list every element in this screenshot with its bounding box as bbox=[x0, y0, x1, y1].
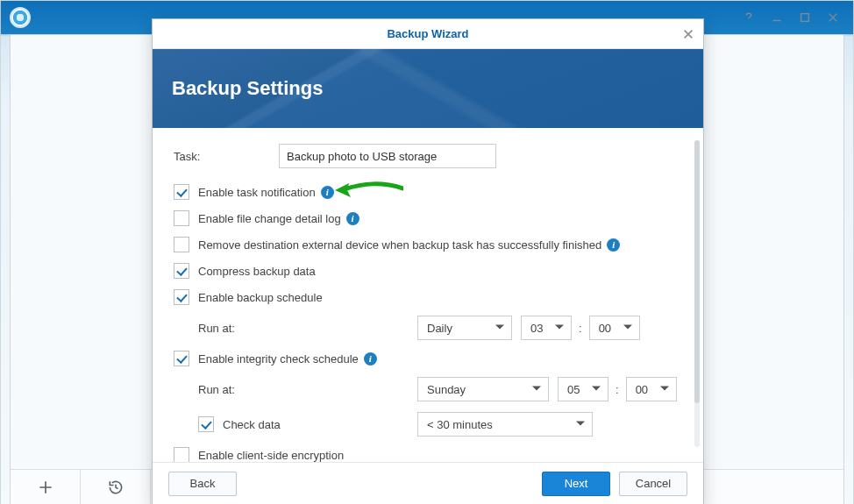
integrity-hour-select[interactable]: 05 bbox=[558, 377, 608, 401]
select-value: 00 bbox=[599, 322, 611, 335]
select-value: Daily bbox=[427, 322, 452, 335]
enable-integrity-checkbox[interactable] bbox=[174, 351, 189, 366]
add-button[interactable] bbox=[11, 470, 81, 505]
remove-device-label: Remove destination external device when … bbox=[198, 238, 601, 252]
dialog-title: Backup Wizard bbox=[387, 27, 468, 40]
check-data-checkbox[interactable] bbox=[198, 416, 214, 432]
check-data-duration-select[interactable]: < 30 minutes bbox=[417, 412, 593, 437]
help-button[interactable] bbox=[743, 11, 755, 24]
history-button[interactable] bbox=[81, 470, 151, 505]
enable-notification-label: Enable task notification bbox=[198, 186, 316, 199]
enable-encryption-checkbox[interactable] bbox=[174, 447, 189, 462]
info-icon[interactable]: i bbox=[346, 212, 359, 225]
select-value: 05 bbox=[567, 383, 580, 396]
enable-filelog-label: Enable file change detail log bbox=[198, 212, 341, 225]
window-controls bbox=[743, 11, 839, 24]
next-button[interactable]: Next bbox=[542, 472, 610, 496]
back-button[interactable]: Back bbox=[168, 472, 237, 496]
task-label: Task: bbox=[174, 150, 279, 163]
info-icon[interactable]: i bbox=[321, 186, 334, 199]
check-data-label: Check data bbox=[223, 418, 281, 431]
close-window-button[interactable] bbox=[827, 11, 839, 24]
chevron-down-icon bbox=[592, 383, 601, 396]
chevron-down-icon bbox=[623, 322, 632, 335]
chevron-down-icon bbox=[555, 322, 564, 335]
dialog-body: Task: Enable task notification i Enable … bbox=[153, 128, 703, 462]
backup-runat-label: Run at: bbox=[198, 322, 417, 335]
select-value: Sunday bbox=[427, 383, 466, 396]
enable-filelog-checkbox[interactable] bbox=[174, 210, 189, 226]
backup-minute-select[interactable]: 00 bbox=[589, 316, 640, 340]
chevron-down-icon bbox=[660, 383, 669, 396]
backup-hour-select[interactable]: 03 bbox=[521, 316, 572, 340]
integrity-runat-label: Run at: bbox=[198, 383, 417, 396]
svg-rect-0 bbox=[801, 14, 809, 22]
select-value: < 30 minutes bbox=[427, 418, 493, 431]
enable-notification-checkbox[interactable] bbox=[174, 184, 189, 200]
info-icon[interactable]: i bbox=[364, 352, 377, 366]
history-icon bbox=[107, 479, 125, 496]
os-menu-icon[interactable] bbox=[10, 7, 31, 28]
dialog-footer: Back Next Cancel bbox=[153, 462, 703, 504]
dialog-header: Backup Settings bbox=[153, 49, 703, 128]
enable-integrity-label: Enable integrity check schedule bbox=[198, 352, 359, 366]
chevron-down-icon bbox=[532, 383, 541, 396]
dialog-title-bar: Backup Wizard bbox=[153, 19, 703, 49]
minimize-button[interactable] bbox=[771, 11, 783, 24]
select-value: 00 bbox=[636, 383, 648, 396]
dialog-heading: Backup Settings bbox=[172, 77, 323, 100]
remove-device-checkbox[interactable] bbox=[174, 237, 189, 252]
time-separator: : bbox=[579, 322, 582, 335]
plus-icon bbox=[37, 479, 54, 496]
maximize-button[interactable] bbox=[799, 11, 811, 24]
integrity-frequency-select[interactable]: Sunday bbox=[417, 377, 549, 401]
dialog-close-button[interactable] bbox=[679, 25, 698, 44]
backup-wizard-dialog: Backup Wizard Backup Settings Task: Enab… bbox=[152, 18, 704, 504]
info-icon[interactable]: i bbox=[607, 238, 620, 252]
task-name-input[interactable] bbox=[279, 144, 496, 168]
select-value: 03 bbox=[530, 322, 543, 335]
enable-encryption-label: Enable client-side encryption bbox=[198, 449, 344, 462]
close-icon bbox=[682, 28, 694, 40]
enable-schedule-label: Enable backup schedule bbox=[198, 291, 323, 304]
compress-label: Compress backup data bbox=[198, 265, 316, 278]
desktop: Backup Wizard Backup Settings Task: Enab… bbox=[0, 0, 854, 504]
enable-schedule-checkbox[interactable] bbox=[174, 289, 189, 305]
chevron-down-icon bbox=[576, 418, 585, 431]
compress-checkbox[interactable] bbox=[174, 263, 189, 279]
chevron-down-icon bbox=[495, 322, 504, 335]
cancel-button[interactable]: Cancel bbox=[619, 472, 687, 496]
time-separator: : bbox=[616, 383, 619, 396]
backup-frequency-select[interactable]: Daily bbox=[417, 316, 512, 340]
integrity-minute-select[interactable]: 00 bbox=[626, 377, 677, 401]
